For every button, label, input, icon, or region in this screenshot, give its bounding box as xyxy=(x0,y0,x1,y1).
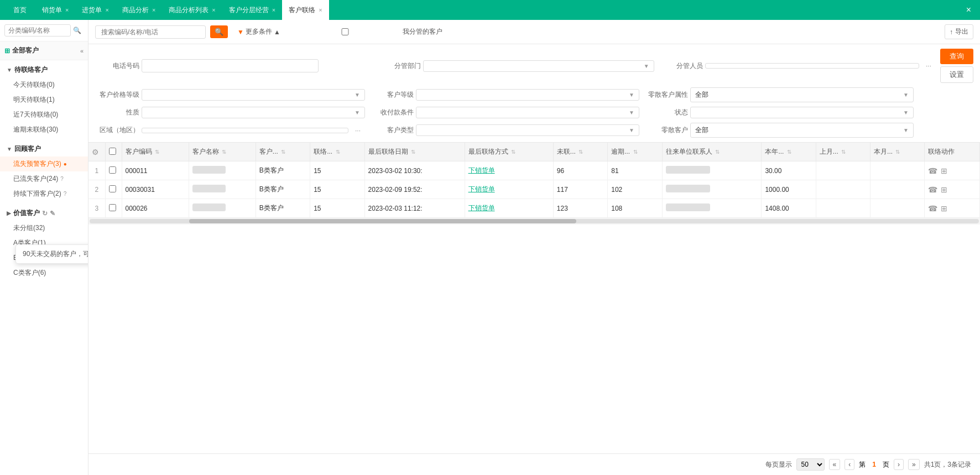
row-checkbox-1[interactable] xyxy=(109,166,116,174)
last-method-link-3[interactable]: 下销货单 xyxy=(468,204,495,212)
more-action-icon-3[interactable]: ⊞ xyxy=(941,204,947,213)
sort-icon-type[interactable]: ⇅ xyxy=(281,149,285,155)
sort-icon-contact[interactable]: ⇅ xyxy=(336,149,340,155)
group-pending-contact: ▼ 待联络客户 今天待联络(0) 明天待联络(1) 近7天待联络(0) 逾期未联… xyxy=(0,60,88,139)
sort-icon-person[interactable]: ⇅ xyxy=(715,149,720,155)
nav-tab-sales[interactable]: 销货单 × xyxy=(35,0,75,20)
sort-icon-name[interactable]: ⇅ xyxy=(222,149,226,155)
scrollbar-thumb[interactable] xyxy=(189,219,576,223)
close-sales-tab[interactable]: × xyxy=(65,7,69,13)
status-col: 状态 ▼ xyxy=(644,107,914,118)
sort-icon-this-month[interactable]: ⇅ xyxy=(895,149,900,155)
nav-tab-home[interactable]: 首页 xyxy=(4,0,35,20)
td-this-month-3 xyxy=(870,199,925,218)
phone-action-icon-3[interactable]: ☎ xyxy=(928,204,937,213)
person-more-icon[interactable]: ··· xyxy=(921,62,936,70)
dept-select[interactable]: ▼ xyxy=(423,60,654,72)
sidebar-item-declining[interactable]: 持续下滑客户(2) ? xyxy=(0,186,88,201)
person-select[interactable] xyxy=(705,63,919,69)
sidebar-search-icon[interactable]: 🔍 xyxy=(73,27,81,34)
dept-label: 分管部门 xyxy=(377,61,421,71)
close-analysis-list-tab[interactable]: × xyxy=(212,7,215,13)
th-contact-count: 联络... ⇅ xyxy=(310,143,364,161)
my-customers-checkbox[interactable] xyxy=(290,28,400,35)
th-type-label: 客户... xyxy=(259,148,278,155)
price-grade-chevron-icon: ▼ xyxy=(355,92,360,98)
settings-button[interactable]: 设置 xyxy=(940,66,973,83)
search-button[interactable]: 🔍 xyxy=(210,25,228,38)
phone-input[interactable] xyxy=(142,59,319,72)
phone-action-icon-1[interactable]: ☎ xyxy=(928,166,937,175)
row-checkbox-3[interactable] xyxy=(109,204,116,211)
sort-icon-date[interactable]: ⇅ xyxy=(411,149,415,155)
refresh-icon[interactable]: ↻ xyxy=(42,210,48,217)
region-more-icon[interactable]: ··· xyxy=(351,127,365,134)
collapse-sidebar-icon[interactable]: « xyxy=(80,48,84,54)
search-input[interactable] xyxy=(95,25,206,39)
zero-attr-select[interactable]: 全部 ▼ xyxy=(690,87,914,102)
row-checkbox-2[interactable] xyxy=(109,185,116,192)
close-analysis-tab[interactable]: × xyxy=(152,7,155,13)
sidebar-item-7days[interactable]: 近7天待联络(0) xyxy=(0,107,88,122)
nav-tab-analysis-list[interactable]: 商品分析列表 × xyxy=(162,0,222,20)
sort-icon-year[interactable]: ⇅ xyxy=(787,149,791,155)
last-page-btn[interactable]: » xyxy=(908,459,920,470)
retail-select[interactable]: 全部 ▼ xyxy=(690,123,914,138)
group-value-title[interactable]: ▶ 价值客户 ↻ ✎ xyxy=(0,206,88,221)
phone-action-icon-2[interactable]: ☎ xyxy=(928,185,937,194)
query-button[interactable]: 查询 xyxy=(940,49,973,64)
column-settings-icon[interactable]: ⚙ xyxy=(92,148,99,156)
per-page-select[interactable]: 50 100 200 xyxy=(796,458,825,471)
sidebar-item-overdue[interactable]: 逾期未联络(30) xyxy=(0,122,88,137)
prev-page-btn[interactable]: ‹ xyxy=(845,459,854,470)
customer-type-select[interactable]: ▼ xyxy=(416,124,639,136)
last-method-link-2[interactable]: 下销货单 xyxy=(468,185,495,193)
td-this-month-2 xyxy=(870,180,925,199)
horizontal-scrollbar[interactable] xyxy=(88,218,980,225)
td-name-3 xyxy=(189,199,256,218)
window-close-btn[interactable]: × xyxy=(962,5,976,15)
sidebar-item-churned[interactable]: 已流失客户(24) ? xyxy=(0,171,88,186)
region-select[interactable] xyxy=(142,128,348,133)
price-grade-select[interactable]: ▼ xyxy=(142,89,365,101)
sort-icon-unlink[interactable]: ⇅ xyxy=(578,149,583,155)
edit-icon[interactable]: ✎ xyxy=(50,210,55,217)
more-conditions-btn[interactable]: ▼ 更多条件 ▲ xyxy=(232,24,285,39)
my-customers-checkbox-label[interactable]: 我分管的客户 xyxy=(290,27,442,36)
pagination-bar: 每页显示 50 100 200 « ‹ 第 1 页 › » 共1页，3条记录 xyxy=(88,453,980,475)
customer-grade-select[interactable]: ▼ xyxy=(416,89,639,101)
gender-select[interactable]: ▼ xyxy=(142,107,365,118)
sidebar-item-today[interactable]: 今天待联络(0) xyxy=(0,77,88,92)
more-action-icon-2[interactable]: ⊞ xyxy=(941,185,947,194)
more-action-icon-1[interactable]: ⊞ xyxy=(941,166,947,175)
sidebar-all-customers[interactable]: ⊞ 全部客户 « xyxy=(0,41,88,60)
sort-icon-last-month[interactable]: ⇅ xyxy=(841,149,846,155)
nav-tab-purchase[interactable]: 进货单 × xyxy=(75,0,115,20)
close-customer-layer-tab[interactable]: × xyxy=(272,7,275,13)
first-page-btn[interactable]: « xyxy=(829,459,841,470)
select-all-checkbox[interactable] xyxy=(109,148,116,155)
last-method-link-1[interactable]: 下销货单 xyxy=(468,166,495,174)
group-pending-contact-title[interactable]: ▼ 待联络客户 xyxy=(0,62,88,77)
sort-icon-method[interactable]: ⇅ xyxy=(511,149,515,155)
td-last-month-3 xyxy=(816,199,870,218)
nav-tab-customer-contact[interactable]: 客户联络 × xyxy=(282,0,329,20)
sidebar-item-c-class[interactable]: C类客户(6) xyxy=(0,265,88,280)
status-select[interactable]: ▼ xyxy=(690,107,914,118)
group-review-title[interactable]: ▼ 回顾客户 xyxy=(0,142,88,156)
export-button[interactable]: ↑ 导出 xyxy=(945,24,973,39)
sort-icon-overdue[interactable]: ⇅ xyxy=(633,149,638,155)
sidebar-item-churn-warning[interactable]: 流失预警客户(3) ● xyxy=(0,156,88,171)
sidebar-search-input[interactable] xyxy=(4,24,71,36)
sidebar-item-ungrouped[interactable]: 未分组(32) xyxy=(0,221,88,236)
sort-icon-code[interactable]: ⇅ xyxy=(155,149,159,155)
nav-tab-customer-layer[interactable]: 客户分层经营 × xyxy=(222,0,282,20)
th-contact-label: 联络... xyxy=(314,148,332,155)
close-customer-contact-tab[interactable]: × xyxy=(319,7,322,13)
payment-select[interactable]: ▼ xyxy=(416,107,639,118)
td-type-3: B类客户 xyxy=(256,199,310,218)
close-purchase-tab[interactable]: × xyxy=(105,7,108,13)
sidebar-item-tomorrow[interactable]: 明天待联络(1) xyxy=(0,92,88,107)
nav-tab-analysis[interactable]: 商品分析 × xyxy=(116,0,162,20)
next-page-btn[interactable]: › xyxy=(894,459,904,470)
